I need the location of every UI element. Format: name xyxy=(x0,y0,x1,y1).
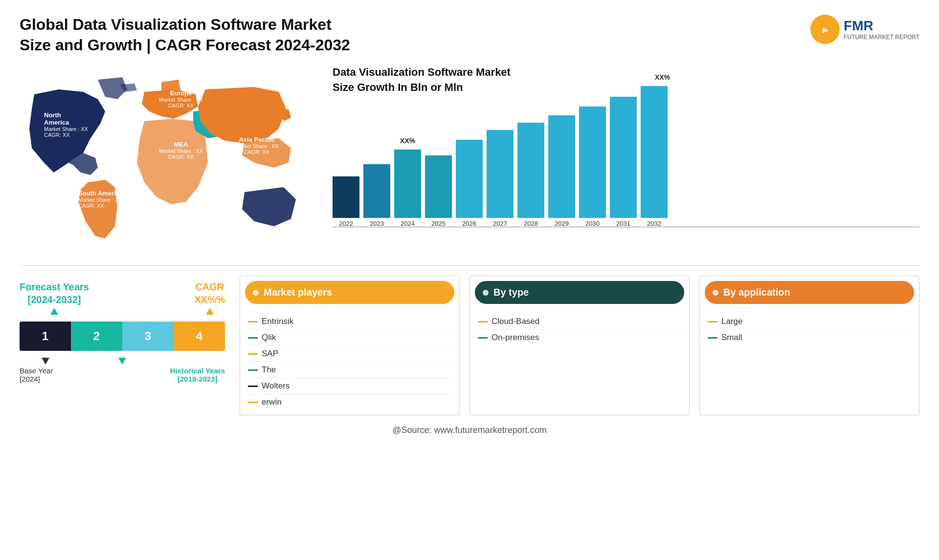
steps-bar: 1 2 3 4 xyxy=(20,322,225,351)
card-market-players-body: Entrinsik Qlik SAP The Wolters xyxy=(240,309,459,415)
source-text: @Source: www.futuremarketreport.com xyxy=(20,425,919,435)
card-dot-3 xyxy=(713,290,718,296)
divider xyxy=(20,265,919,266)
asia-pacific-cagr: CAGR: XX xyxy=(235,149,279,155)
bar-2025-rect xyxy=(425,155,452,218)
dash-cloud xyxy=(478,321,488,323)
mea-name: MEA xyxy=(159,141,203,148)
dash-small xyxy=(708,337,717,339)
bar-2029: 2029 xyxy=(548,115,575,227)
bar-2027-rect xyxy=(487,130,514,218)
bar-2030-label: 2030 xyxy=(585,220,600,227)
bar-2025-label: 2025 xyxy=(431,220,446,227)
bar-2027-label: 2027 xyxy=(493,220,507,227)
dash-the xyxy=(248,369,258,371)
bar-2024: XX% 2024 xyxy=(394,150,421,227)
qlik-label: Qlik xyxy=(262,333,276,343)
bar-2024-annotation: XX% xyxy=(400,137,415,145)
svg-text:▶: ▶ xyxy=(823,26,828,34)
entrinsik-label: Entrinsik xyxy=(262,317,293,326)
bar-2022: 2022 xyxy=(333,176,359,227)
card-item-onprem: On-premises xyxy=(478,330,681,345)
logo-text: FMR FUTURE MARKET REPORT xyxy=(844,18,919,41)
onprem-label: On-premises xyxy=(492,333,539,343)
mea-share: Market Share : XX xyxy=(159,148,203,154)
bar-2024-rect xyxy=(394,150,421,218)
base-year-arrow xyxy=(20,356,71,365)
chart-section: Data Visualization Software Market Size … xyxy=(323,65,919,251)
dash-wolters xyxy=(248,386,258,387)
asia-pacific-share: Market Share : XX xyxy=(235,143,279,149)
bar-2026-label: 2026 xyxy=(462,220,476,227)
card-item-the: The xyxy=(248,362,451,378)
map-section: North America Market Share : XX CAGR: XX… xyxy=(20,65,303,251)
bar-2028-rect xyxy=(517,123,544,218)
bar-2023: 2023 xyxy=(363,164,390,227)
historical-years-label: Historical Years [2018-2023] xyxy=(170,366,225,383)
sap-label: SAP xyxy=(262,349,278,359)
dash-sap xyxy=(248,353,258,355)
bar-2025: 2025 xyxy=(425,155,452,227)
map-label-north-america: North America Market Share : XX CAGR: XX xyxy=(44,111,88,138)
dash-qlik xyxy=(248,337,258,339)
card-item-qlik: Qlik xyxy=(248,330,451,346)
asia-pacific-name: Asia Pacific xyxy=(235,136,279,143)
dash-onprem xyxy=(478,337,488,339)
card-market-players: Market players Entrinsik Qlik SAP The xyxy=(240,276,460,415)
europe-cagr: CAGR: XX xyxy=(159,103,203,108)
bottom-section: Forecast Years[2024-2032] CAGRXX%% 1 2 3… xyxy=(20,276,919,415)
card-by-type-title: By type xyxy=(493,287,529,298)
north-america-name: North xyxy=(44,111,88,119)
logo-area: ▶ FMR FUTURE MARKET REPORT xyxy=(810,15,919,44)
small-label: Small xyxy=(721,333,742,343)
cagr-arrow-up xyxy=(195,308,225,317)
card-dot-2 xyxy=(483,290,489,296)
card-item-small: Small xyxy=(708,330,911,345)
south-america-name: South America xyxy=(78,190,123,197)
cagr-label: CAGRXX%% xyxy=(195,280,225,306)
erwin-label: erwin xyxy=(262,397,282,407)
cagr-block: CAGRXX%% xyxy=(195,280,225,317)
bar-2027: 2027 xyxy=(487,130,514,227)
dash-erwin xyxy=(248,402,258,403)
forecast-labels-row: Forecast Years[2024-2032] CAGRXX%% xyxy=(20,280,225,317)
step-arrows-row xyxy=(20,356,225,365)
card-by-type-body: Cloud-Based On-premises xyxy=(470,309,689,415)
card-market-players-header: Market players xyxy=(245,281,454,304)
card-item-sap: SAP xyxy=(248,346,451,362)
bar-2022-label: 2022 xyxy=(339,220,353,227)
bar-2031-rect xyxy=(610,97,637,218)
forecast-block: Forecast Years[2024-2032] CAGRXX%% 1 2 3… xyxy=(20,276,225,415)
bar-2032-rect xyxy=(641,86,668,218)
card-by-type: By type Cloud-Based On-premises xyxy=(470,276,690,415)
step-3: 3 xyxy=(122,322,174,351)
wolters-label: Wolters xyxy=(262,381,290,391)
card-item-erwin: erwin xyxy=(248,394,451,410)
base-year-value: [2024] xyxy=(20,375,53,383)
mea-cagr: CAGR: XX xyxy=(159,154,203,160)
large-label: Large xyxy=(721,317,742,326)
bar-2026: 2026 xyxy=(456,140,483,227)
page-title: Global Data Visualization Software Marke… xyxy=(20,15,362,55)
bar-2028: 2028 xyxy=(517,123,544,227)
card-by-application: By application Large Small xyxy=(699,276,919,415)
bar-2032-label: 2032 xyxy=(647,220,661,227)
north-america-cagr: CAGR: XX xyxy=(44,132,88,138)
forecast-years-label: Forecast Years[2024-2032] xyxy=(20,280,89,306)
bar-2032: XX% 2032 xyxy=(641,86,668,227)
bar-2031: 2031 xyxy=(610,97,637,227)
logo-fmr: FMR xyxy=(844,18,919,34)
card-item-large: Large xyxy=(708,314,911,330)
card-by-application-body: Large Small xyxy=(700,309,919,415)
map-wrapper: North America Market Share : XX CAGR: XX… xyxy=(20,65,303,251)
cloud-label: Cloud-Based xyxy=(492,317,539,326)
south-america-cagr: CAGR: XX xyxy=(78,203,123,209)
base-year-text: Base Year xyxy=(20,366,53,375)
top-section: North America Market Share : XX CAGR: XX… xyxy=(20,65,919,251)
logo-icon: ▶ xyxy=(810,15,840,44)
cards-section: Market players Entrinsik Qlik SAP The xyxy=(240,276,919,415)
map-label-europe: Europe Market Share : XX CAGR: XX xyxy=(159,89,203,108)
step-1: 1 xyxy=(20,322,71,351)
x-axis xyxy=(333,227,919,227)
forecast-years-block: Forecast Years[2024-2032] xyxy=(20,280,89,317)
